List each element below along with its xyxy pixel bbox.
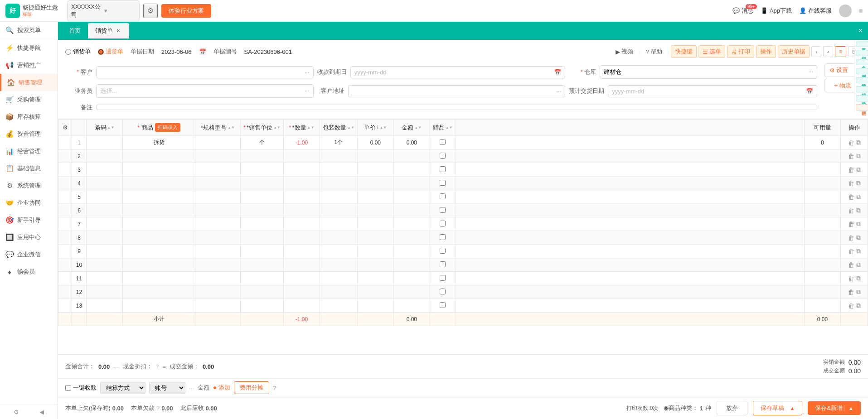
- app-download-btn[interactable]: 📱 App下载: [761, 7, 792, 15]
- payment-add-btn[interactable]: ● 添加: [213, 384, 230, 392]
- delete-row-icon[interactable]: 🗑: [848, 234, 854, 241]
- sidebar-search[interactable]: 🔍 搜索菜单: [0, 22, 58, 39]
- right-panel-btn-6[interactable]: 编辑: [856, 86, 868, 92]
- print-btn[interactable]: 🖨 打印: [727, 45, 754, 58]
- copy-row-icon[interactable]: ⧉: [856, 193, 861, 201]
- row-barcode-1[interactable]: [87, 136, 123, 149]
- copy-row-icon[interactable]: ⧉: [856, 247, 861, 255]
- delivery-date-input[interactable]: yyyy-mm-dd 📅: [608, 85, 817, 97]
- delete-row-icon[interactable]: 🗑: [848, 193, 854, 201]
- warehouse-more-icon[interactable]: ···: [808, 68, 813, 76]
- copy-row-icon[interactable]: ⧉: [856, 207, 861, 214]
- right-panel-btn-2[interactable]: 锁定: [856, 50, 868, 56]
- sidebar-item-wecom[interactable]: 💬 企业微信: [0, 246, 58, 263]
- right-panel-btn-1[interactable]: 联系: [856, 41, 868, 47]
- sidebar-item-inventory[interactable]: 📦 库存核算: [0, 108, 58, 125]
- sidebar-item-enterprise[interactable]: 🤝 企业协同: [0, 194, 58, 212]
- copy-row-icon[interactable]: ⧉: [856, 179, 861, 187]
- delete-row-icon[interactable]: 🗑: [848, 166, 854, 173]
- delete-row-1-icon[interactable]: 🗑: [848, 139, 854, 146]
- save-draft-btn[interactable]: 保存草稿 ▲: [753, 401, 803, 415]
- delete-row-icon[interactable]: 🗑: [848, 153, 854, 160]
- scan-barcode-btn[interactable]: 扫码录入: [155, 123, 180, 132]
- prev-record-btn[interactable]: ‹: [811, 46, 821, 57]
- calendar-2-icon[interactable]: 📅: [554, 69, 561, 76]
- row-product-1[interactable]: 拆货: [123, 136, 195, 149]
- customer-input[interactable]: ···: [96, 66, 314, 78]
- row-price-1[interactable]: 0.00: [357, 136, 393, 149]
- save-draft-arrow[interactable]: ▲: [786, 405, 795, 411]
- sidebar-item-newbie[interactable]: 🎯 新手引导: [0, 212, 58, 229]
- payment-method-select[interactable]: 结算方式: [100, 382, 145, 394]
- online-support-btn[interactable]: 👤 在线客服: [799, 7, 832, 15]
- expense-help-icon[interactable]: ?: [273, 385, 276, 391]
- copy-row-icon[interactable]: ⧉: [856, 275, 861, 282]
- right-panel-btn-5[interactable]: 附件: [856, 77, 868, 83]
- delete-row-icon[interactable]: 🗑: [848, 289, 854, 296]
- calendar-icon[interactable]: 📅: [199, 48, 206, 55]
- copy-row-icon[interactable]: ⧉: [856, 261, 861, 269]
- price-info-icon[interactable]: ℹ: [377, 125, 378, 130]
- sidebar-item-system[interactable]: ⚙ 系统管理: [0, 177, 58, 194]
- operations-btn[interactable]: 操作: [756, 45, 776, 58]
- shortcut-btn[interactable]: 快捷键: [671, 45, 697, 58]
- delete-row-icon[interactable]: 🗑: [848, 180, 854, 187]
- discount-info-icon[interactable]: ?: [156, 364, 159, 369]
- close-all-tabs-btn[interactable]: ×: [857, 25, 864, 37]
- grid-view-btn[interactable]: ≡: [835, 46, 846, 57]
- calendar-3-icon[interactable]: 📅: [806, 88, 813, 95]
- row-amount-1[interactable]: 0.00: [393, 136, 430, 149]
- sidebar-item-finance[interactable]: 💰 资金管理: [0, 125, 58, 143]
- delete-row-icon[interactable]: 🗑: [848, 261, 854, 269]
- copy-row-icon[interactable]: ⧉: [856, 152, 861, 160]
- sidebar-settings-icon[interactable]: ⚙: [14, 409, 19, 415]
- settings-icon-btn[interactable]: ⚙: [143, 4, 158, 18]
- sidebar-item-basic-info[interactable]: 📋 基础信息: [0, 160, 58, 177]
- save-new-btn[interactable]: 保存&新增 ▲: [808, 401, 861, 415]
- video-btn[interactable]: ▶ 视频: [612, 46, 637, 58]
- return-order-radio[interactable]: 退货单: [98, 48, 123, 56]
- copy-row-icon[interactable]: ⧉: [856, 302, 861, 309]
- payment-account-select[interactable]: 账号: [149, 382, 185, 394]
- right-panel-btn-orange[interactable]: 帮助: [856, 104, 868, 111]
- sidebar-item-quick-nav[interactable]: ⚡ 快捷导航: [0, 39, 58, 57]
- customer-address-input[interactable]: ···: [348, 85, 566, 97]
- help-btn[interactable]: ? 帮助: [642, 46, 665, 58]
- payment-date-input[interactable]: yyyy-mm-dd 📅: [350, 66, 566, 78]
- one-click-payment-checkbox[interactable]: 一键收款: [65, 384, 97, 392]
- warehouse-input[interactable]: 建材仓 ···: [600, 65, 817, 79]
- right-panel-btn-4[interactable]: 图片: [856, 68, 868, 74]
- row-qty-1[interactable]: -1.00: [283, 136, 320, 149]
- delete-row-icon[interactable]: 🗑: [848, 221, 854, 228]
- history-btn[interactable]: 历史单据: [778, 45, 810, 58]
- sidebar-item-app-center[interactable]: 🔲 应用中心: [0, 229, 58, 246]
- right-panel-btn-3[interactable]: 备忘: [856, 59, 868, 65]
- tab-sales-order[interactable]: 销货单 ×: [88, 23, 129, 39]
- salesperson-more-icon[interactable]: ···: [305, 87, 310, 95]
- delete-row-icon[interactable]: 🗑: [848, 302, 854, 309]
- avatar[interactable]: [839, 5, 852, 17]
- sidebar-item-operation[interactable]: 📊 经营管理: [0, 143, 58, 160]
- company-selector[interactable]: XXXXXX公司 ▾: [67, 0, 140, 21]
- copy-row-icon[interactable]: ⧉: [856, 166, 861, 173]
- sidebar-item-purchase[interactable]: 🛒 采购管理: [0, 91, 58, 108]
- right-panel-btn-7[interactable]: 收藏: [856, 95, 868, 101]
- sales-order-radio[interactable]: 销货单: [65, 48, 91, 56]
- address-more-icon[interactable]: ···: [556, 88, 561, 95]
- table-settings-icon[interactable]: ⚙: [63, 124, 68, 131]
- copy-row-icon[interactable]: ⧉: [856, 288, 861, 296]
- tab-home[interactable]: 首页: [62, 23, 88, 39]
- expense-split-btn[interactable]: 费用分摊: [234, 381, 269, 394]
- tab-close-icon[interactable]: ×: [115, 27, 122, 34]
- save-new-arrow[interactable]: ▲: [844, 405, 853, 411]
- select-order-btn[interactable]: ☰ 选单: [698, 45, 725, 58]
- sidebar-item-marketing[interactable]: 📢 营销推广: [0, 57, 58, 74]
- row-spec-1[interactable]: [195, 136, 241, 149]
- copy-row-icon[interactable]: ⧉: [856, 234, 861, 241]
- trial-btn[interactable]: 体验行业方案: [161, 4, 211, 18]
- payment-more-icon[interactable]: ···: [189, 385, 194, 391]
- next-record-btn[interactable]: ›: [823, 46, 833, 57]
- sidebar-collapse-icon[interactable]: ◀: [39, 409, 44, 415]
- message-btn[interactable]: 💬 消息 99+: [732, 7, 753, 15]
- salesperson-input[interactable]: 选择... ···: [96, 84, 314, 98]
